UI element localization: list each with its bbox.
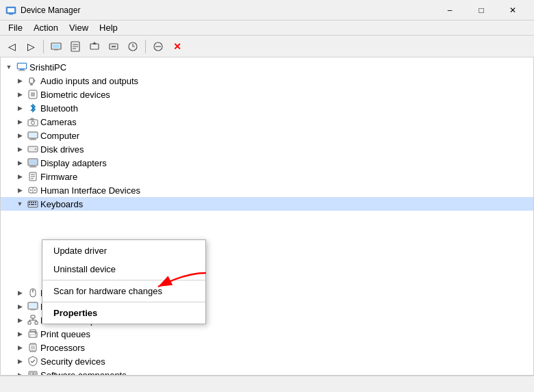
svg-rect-67 xyxy=(28,322,31,324)
cameras-label: Cameras xyxy=(40,117,77,127)
tree-item-firmware[interactable]: ▶ Firmware xyxy=(1,170,533,183)
main-content: ▼ SrishtiPC ▶ xyxy=(0,57,534,376)
tree-item-softcomp[interactable]: ▶ Software components xyxy=(1,368,533,376)
svg-rect-29 xyxy=(28,120,38,126)
computer-toggle[interactable]: ▶ xyxy=(14,130,25,141)
tree-item-biometric[interactable]: ▶ Biometric devices xyxy=(1,88,533,101)
status-bar xyxy=(0,376,534,392)
processors-icon xyxy=(27,342,38,353)
tree-item-audio[interactable]: ▶ Audio inputs and outputs xyxy=(1,74,533,88)
computer-label: Computer xyxy=(40,131,79,141)
svg-rect-66 xyxy=(31,315,35,318)
update-driver-toolbar-button[interactable] xyxy=(86,38,103,55)
svg-rect-75 xyxy=(30,335,36,337)
computer-tree-icon xyxy=(27,130,38,141)
firmware-label: Firmware xyxy=(40,172,77,182)
tree-root[interactable]: ▼ SrishtiPC xyxy=(1,60,533,74)
svg-rect-52 xyxy=(29,202,30,203)
disable-button[interactable] xyxy=(149,38,167,55)
tree-item-processors[interactable]: ▶ Processors xyxy=(1,341,533,354)
menu-help[interactable]: Help xyxy=(94,21,123,34)
mice-toggle[interactable]: ▶ xyxy=(14,287,25,298)
properties-button[interactable] xyxy=(66,38,84,55)
cameras-toggle[interactable]: ▶ xyxy=(14,116,25,127)
firmware-toggle[interactable]: ▶ xyxy=(14,171,25,182)
window-controls: – □ ✕ xyxy=(434,0,529,21)
svg-point-30 xyxy=(31,121,35,125)
device-tree[interactable]: ▼ SrishtiPC ▶ xyxy=(0,57,534,376)
close-button[interactable]: ✕ xyxy=(497,0,529,21)
svg-rect-64 xyxy=(29,303,37,309)
ctx-update-driver[interactable]: Update driver xyxy=(42,241,205,260)
minimize-button[interactable]: – xyxy=(434,0,466,21)
tree-item-computer[interactable]: ▶ Computer xyxy=(1,129,533,142)
security-icon xyxy=(27,356,38,367)
svg-point-50 xyxy=(34,190,36,191)
tree-item-cameras[interactable]: ▶ Cameras xyxy=(1,115,533,129)
svg-rect-40 xyxy=(29,159,37,165)
tree-item-display[interactable]: ▶ Display adapters xyxy=(1,156,533,170)
print-toggle[interactable]: ▶ xyxy=(14,328,25,339)
ctx-properties[interactable]: Properties xyxy=(42,304,205,322)
svg-rect-4 xyxy=(53,44,60,48)
menu-bar: File Action View Help xyxy=(0,21,534,36)
hid-label: Human Interface Devices xyxy=(40,185,140,196)
menu-action[interactable]: Action xyxy=(28,21,64,34)
svg-rect-22 xyxy=(29,78,34,83)
root-toggle[interactable]: ▼ xyxy=(3,62,14,73)
svg-point-76 xyxy=(35,332,36,334)
uninstall-toolbar-button[interactable] xyxy=(105,38,123,55)
tree-item-keyboards[interactable]: ▼ Keyboards xyxy=(1,197,533,211)
processors-toggle[interactable]: ▶ xyxy=(14,342,25,353)
print-icon xyxy=(27,328,38,339)
svg-rect-54 xyxy=(33,202,34,203)
svg-rect-10 xyxy=(90,44,99,49)
app-icon xyxy=(5,5,16,16)
svg-rect-19 xyxy=(18,64,26,68)
tree-item-hid[interactable]: ▶ Human Interface Devices xyxy=(1,183,533,197)
tree-item-print[interactable]: ▶ Print queues xyxy=(1,327,533,341)
network-icon xyxy=(27,315,38,326)
svg-rect-58 xyxy=(35,204,36,205)
softcomp-toggle[interactable]: ▶ xyxy=(14,369,25,376)
svg-rect-53 xyxy=(31,202,32,203)
audio-toggle[interactable]: ▶ xyxy=(14,75,25,86)
delete-button[interactable]: ✕ xyxy=(168,38,186,55)
computer-icon xyxy=(16,62,27,73)
security-toggle[interactable]: ▶ xyxy=(14,356,25,367)
monitors-toggle[interactable]: ▶ xyxy=(14,301,25,312)
disk-toggle[interactable]: ▶ xyxy=(14,144,25,155)
svg-rect-34 xyxy=(31,138,35,140)
hid-icon xyxy=(27,185,38,196)
show-hidden-button[interactable] xyxy=(47,38,65,55)
tree-item-bluetooth[interactable]: ▶ Bluetooth xyxy=(1,101,533,115)
tree-item-security[interactable]: ▶ Security devices xyxy=(1,354,533,368)
forward-button[interactable]: ▷ xyxy=(22,38,40,55)
firmware-icon xyxy=(27,171,38,182)
maximize-button[interactable]: □ xyxy=(466,0,497,21)
display-toggle[interactable]: ▶ xyxy=(14,157,25,168)
svg-point-62 xyxy=(32,290,34,291)
window-title: Device Manager xyxy=(21,5,434,15)
svg-rect-5 xyxy=(54,49,58,51)
title-bar: Device Manager – □ ✕ xyxy=(0,0,534,21)
back-button[interactable]: ◁ xyxy=(3,38,21,55)
biometric-toggle[interactable]: ▶ xyxy=(14,89,25,100)
menu-view[interactable]: View xyxy=(64,21,94,34)
toolbar: ◁ ▷ ✕ xyxy=(0,36,534,57)
network-toggle[interactable]: ▶ xyxy=(14,315,25,326)
bluetooth-toggle[interactable]: ▶ xyxy=(14,103,25,114)
keyboards-label: Keyboards xyxy=(40,199,83,209)
svg-marker-11 xyxy=(92,42,97,44)
svg-rect-78 xyxy=(31,345,35,350)
hid-toggle[interactable]: ▶ xyxy=(14,185,25,196)
keyboards-toggle[interactable]: ▼ xyxy=(14,198,25,209)
disk-label: Disk drives xyxy=(40,144,84,155)
svg-point-38 xyxy=(35,148,37,151)
svg-rect-42 xyxy=(29,167,36,168)
audio-label: Audio inputs and outputs xyxy=(40,76,138,86)
menu-file[interactable]: File xyxy=(3,21,28,34)
svg-rect-41 xyxy=(31,166,35,167)
tree-item-disk[interactable]: ▶ Disk drives xyxy=(1,142,533,156)
scan-toolbar-button[interactable] xyxy=(124,38,142,55)
